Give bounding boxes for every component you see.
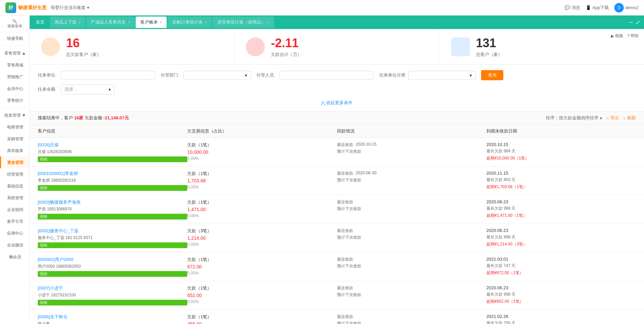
message-icon: 💬 — [565, 5, 570, 10]
balance-label: 往来余额 — [38, 86, 58, 92]
sidebar-item-operation[interactable]: 经营管理 — [0, 168, 29, 180]
sidebar-item-capital[interactable]: 资金管理 — [0, 156, 29, 168]
sidebar-item-batch-mgmt[interactable]: 批发管理 ▼ — [0, 109, 29, 121]
store-selector[interactable]: 母婴行业演示账套 ▾ — [51, 5, 89, 11]
sidebar-item-app-center[interactable]: 应用中心 — [0, 227, 29, 239]
payback-info-cell: 最近收款 预计下次收款 — [337, 257, 486, 269]
overdue-days: 最长欠款 998 天 — [486, 234, 636, 240]
customer-name-link[interactable]: [0002]服务中心_丁磊 — [38, 228, 187, 234]
sort-selector[interactable]: 排序：按欠款金额倒序排序 ▾ — [546, 115, 602, 121]
sidebar-item-member[interactable]: 会员中心 — [0, 83, 29, 94]
help-btn[interactable]: ? 帮助 — [627, 33, 639, 39]
customer-name-link[interactable]: [0006]去下粮仓 — [38, 314, 187, 320]
stat-card-total-customers: 131 总客户（家） ▶ 视频 ? 帮助 — [440, 29, 644, 64]
sidebar-item-enterprise[interactable]: 企业协同 — [0, 204, 29, 215]
customer-name-link[interactable]: [0001020001]李老师 — [38, 171, 187, 177]
next-payment-label: 预计下次收款 — [337, 292, 361, 298]
total-customers-icon — [450, 37, 471, 57]
minimize-icon[interactable]: ─ — [629, 19, 633, 26]
overdue-date: 2020.11.15 — [486, 171, 636, 176]
unit-class-select[interactable]: ▾ — [408, 71, 476, 80]
close-icon[interactable]: × — [160, 20, 162, 24]
results-info: 搜索结果中，客户 16家 欠款金额 -21,148.07元 — [38, 115, 129, 121]
app-download-button[interactable]: 📱 App下载 — [586, 5, 609, 11]
customer-phone: 服务中心_丁磊 181 0125 8371 — [38, 235, 187, 241]
page-content: 16 总欠款客户（家） -2.11 欠款合计（万） — [30, 29, 644, 324]
refresh-button[interactable]: ○ 刷新 — [623, 115, 636, 121]
debt-customers-label: 总欠款客户（家） — [66, 52, 223, 58]
dept-select[interactable]: ▾ — [184, 71, 251, 80]
sidebar-item-vip[interactable]: 畅会员 — [0, 251, 29, 263]
sidebar-item-ecommerce[interactable]: 电商管理 — [0, 121, 29, 133]
ellipsis-icon[interactable]: ··· — [365, 73, 370, 78]
tab-home[interactable]: 首页 — [31, 17, 49, 28]
debt-info-cell: 欠款（1笔） 1,471.00 0.00% — [187, 199, 337, 218]
export-icon: ○ — [606, 116, 609, 121]
customer-tag: 现销 — [38, 156, 187, 162]
user-menu[interactable]: D demo2 — [614, 3, 639, 12]
collapse-button[interactable]: ⋀ 收起更多条件 — [321, 100, 353, 106]
sidebar-search[interactable]: 🔍 搜索菜单 — [0, 16, 29, 32]
last-payment-label: 最近收款 — [337, 228, 353, 234]
close-icon[interactable]: × — [268, 20, 270, 24]
close-icon[interactable]: × — [128, 20, 130, 24]
ellipsis-icon[interactable]: ··· — [146, 73, 151, 78]
last-payment-label: 最近收款 — [337, 199, 353, 205]
filter-person: 分管人员 ··· — [256, 71, 374, 80]
chevron-down-icon: ▾ — [87, 5, 89, 10]
overdue-date: 2021.03.01 — [486, 257, 636, 262]
tab-product-history[interactable]: 产成品入库单历史 × — [86, 17, 135, 28]
table-row: [0006]去下粮仓 陈小希 现销 欠款（1笔） 455.90 0.00% 最近… — [30, 310, 644, 324]
debt-percent: 0.00% — [187, 299, 337, 304]
tab-bar: 首页 商品上下架 × 产成品入库单历史 × 客户账本 × 采购订单统计表 × 进… — [30, 16, 644, 29]
chevron-down-icon: ▾ — [245, 73, 247, 78]
query-button[interactable]: 查询 — [481, 70, 503, 80]
export-button[interactable]: ○ 导出 — [606, 115, 619, 121]
sidebar-item-purchase[interactable]: 采购管理 — [0, 133, 29, 145]
balance-select[interactable]: 选择... ▾ — [61, 84, 115, 94]
sidebar-item-retail-stats[interactable]: 零售统计 — [0, 94, 29, 106]
sidebar-item-retail-mgmt[interactable]: 零售管理 ▲ — [0, 47, 29, 59]
overdue-amount-link[interactable]: 超期¥1,471.00（1笔） — [486, 213, 636, 218]
filter-balance: 往来余额 选择... ▾ — [38, 84, 115, 94]
person-input[interactable]: ··· — [279, 71, 374, 80]
sidebar-item-marketing[interactable]: 营销推广 — [0, 71, 29, 83]
overdue-amount-link[interactable]: 超期¥1,214.00（3笔） — [486, 241, 636, 247]
sidebar-item-retail-mall[interactable]: 零售商城 — [0, 59, 29, 71]
sidebar-item-system[interactable]: 系统管理 — [0, 192, 29, 204]
from-unit-input[interactable]: ··· — [61, 71, 155, 80]
close-icon[interactable]: × — [205, 20, 207, 24]
overdue-amount-link[interactable]: 超期¥1,703.68（1笔） — [486, 184, 636, 190]
sidebar-item-basic[interactable]: 基础信息 — [0, 180, 29, 192]
close-icon[interactable]: × — [79, 20, 81, 24]
customer-name-link[interactable]: [0016]吕俊 — [38, 142, 187, 148]
tab-product-status[interactable]: 商品上下架 × — [50, 17, 85, 28]
customer-name-link[interactable]: [0003]畅捷服务尹海燕 — [38, 199, 187, 205]
sidebar-item-quick-nav[interactable]: 快捷导航 — [0, 32, 29, 44]
sidebar-item-newbie[interactable]: 新手引导 — [0, 215, 29, 227]
last-payment-row: 最近收款 — [337, 257, 486, 262]
last-payment-label: 最近收款 — [337, 171, 353, 176]
collapse-row: ⋀ 收起更多条件 — [38, 98, 636, 109]
debt-info-cell: 欠款（1笔） 455.90 0.00% — [187, 314, 337, 324]
overdue-date: 2020.06.23 — [486, 228, 636, 233]
overdue-amount-link[interactable]: 超期¥672.00（1笔） — [486, 270, 636, 276]
debt-info-cell: 欠款（1笔） 10,000.00 0.00% — [187, 142, 337, 161]
chevron-down-icon: ▾ — [109, 87, 111, 92]
customer-name-link[interactable]: [0007]小进干 — [38, 285, 187, 291]
message-button[interactable]: 💬 消息 — [565, 5, 580, 11]
tab-import-stats[interactable]: 进货单统计表（按商品） × — [213, 17, 274, 28]
maximize-icon[interactable]: ⤢ — [636, 19, 640, 26]
overdue-amount-link[interactable]: 超期¥652.00（1笔） — [486, 299, 636, 304]
customer-name-link[interactable]: [000002]用户2050 — [38, 257, 187, 263]
overdue-info-cell: 2020.11.15 最长欠款 853 天 超期¥1,703.68（1笔） — [486, 171, 636, 190]
tab-product-status-label: 商品上下架 — [55, 19, 77, 25]
video-help-btn[interactable]: ▶ 视频 — [611, 33, 623, 39]
overdue-amount-link[interactable]: 超期¥10,000.00（1笔） — [486, 155, 636, 161]
tab-purchase-stats[interactable]: 采购订单统计表 × — [167, 17, 212, 28]
sidebar-item-wechat[interactable]: 企业微信 — [0, 239, 29, 251]
video-label: 视频 — [615, 33, 623, 39]
last-payment-label: 最近收款 — [337, 257, 353, 262]
tab-customer-account[interactable]: 客户账本 × — [136, 17, 167, 28]
sidebar-item-inventory[interactable]: 库存核算 — [0, 145, 29, 156]
